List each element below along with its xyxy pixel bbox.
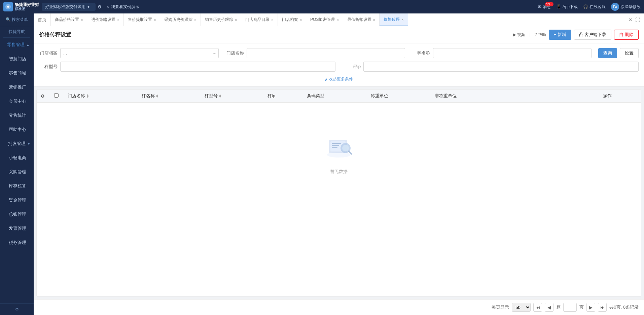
sidebar-item-help[interactable]: 帮助中心 — [0, 123, 34, 137]
col-store-name[interactable]: 门店名称 ▲▼ — [64, 90, 138, 103]
demo-button[interactable]: ○ 我要看实例演示 — [107, 4, 139, 10]
tab-pos-encrypt[interactable]: POS加密管理 × — [306, 13, 343, 26]
version-selector[interactable]: 好业财标准版交付试用 ▾ — [42, 3, 96, 11]
sidebar-item-general-ledger[interactable]: 总账管理 — [0, 207, 34, 221]
tab-close-all-btn[interactable]: ✕ — [627, 17, 634, 23]
sidebar-search[interactable]: 🔍 搜索菜单 — [0, 13, 34, 26]
tab-store-catalog[interactable]: 门店商品目录 × — [241, 13, 278, 26]
messages-btn[interactable]: ✉ 消息 99+ — [538, 4, 551, 10]
scale-model-input[interactable] — [60, 62, 335, 72]
sidebar-quick-nav[interactable]: 快捷导航 — [0, 26, 34, 37]
online-service-btn[interactable]: 🎧 在线客服 — [583, 4, 606, 10]
col-scale-name[interactable]: 秤名称 ▲▼ — [138, 90, 201, 103]
tab-price-scale-close[interactable]: × — [401, 18, 403, 22]
collapse-btn-label: 收起更多条件 — [329, 76, 353, 82]
message-icon: ✉ — [538, 4, 541, 9]
logo-line1: 畅捷通好业财 — [15, 2, 39, 7]
prev-page-btn[interactable]: ◀ — [545, 303, 553, 312]
sidebar-search-label: 搜索菜单 — [12, 17, 28, 22]
download-button[interactable]: 凸 客户端下载 — [574, 30, 612, 40]
sidebar-item-finance[interactable]: 资金管理 — [0, 193, 34, 207]
ellipsis-icon[interactable]: ··· — [211, 51, 218, 56]
settings-button[interactable]: 设置 — [620, 48, 639, 58]
next-page-btn[interactable]: ▶ — [586, 303, 595, 312]
scale-model-field: 秤型号 — [39, 62, 335, 72]
select-all-checkbox[interactable] — [54, 93, 59, 98]
settings-icon-btn[interactable]: ⚙ — [98, 4, 102, 9]
tab-store-catalog-close[interactable]: × — [271, 18, 273, 22]
store-file-input[interactable] — [61, 48, 211, 58]
sidebar-item-purchase-label: 采购管理 — [5, 169, 30, 175]
col-settings[interactable]: ⚙ — [37, 90, 50, 103]
tab-purchase-strategy-close[interactable]: × — [117, 18, 119, 22]
user-area[interactable]: Ea 徐泽华修改 — [611, 3, 641, 11]
avatar: Ea — [611, 3, 619, 11]
gear-icon: ⚙ — [15, 307, 19, 312]
page-actions: ▶ 视频 | ? 帮助 + 新增 凸 客户端下载 自 删除 — [513, 30, 639, 40]
sidebar-item-marketing[interactable]: 营销推广 — [0, 80, 34, 94]
tab-pos-encrypt-close[interactable]: × — [336, 18, 338, 22]
scale-name-field: 秤名称 — [412, 48, 592, 58]
sidebar-item-invoice[interactable]: 发票管理 — [0, 221, 34, 236]
sidebar-item-retail-stats[interactable]: 零售统计 — [0, 108, 34, 123]
top-bar: 畅捷通好业财 标准版 好业财标准版交付试用 ▾ ⚙ ○ 我要看实例演示 ✉ 消息… — [0, 0, 644, 13]
right-panel: 首页 商品价格设置 × 进价策略设置 × 售价提取设置 × 采购历史价跟踪 × — [34, 13, 644, 315]
sidebar-item-tax-label: 税务管理 — [5, 240, 30, 246]
sidebar-item-wholesale-label: 批发管理 — [5, 141, 28, 147]
app-download-btn[interactable]: 📱 App下载 — [556, 4, 578, 10]
search-icon: 🔍 — [6, 17, 11, 22]
sidebar-item-inventory[interactable]: 库存核算 — [0, 179, 34, 193]
tab-store-file[interactable]: 门店档案 × — [278, 13, 306, 26]
tab-min-discount[interactable]: 最低折扣设置 × — [343, 13, 380, 26]
sidebar: 🔍 搜索菜单 快捷导航 零售管理 ▲ 智慧门店 零售商城 营销推广 会员中心 — [0, 13, 34, 315]
divider: | — [529, 32, 530, 37]
col-scale-model[interactable]: 秤型号 ▲▼ — [201, 90, 263, 103]
tab-sale-history[interactable]: 销售历史价跟踪 × — [201, 13, 241, 26]
tab-price-setting-close[interactable]: × — [81, 18, 83, 22]
sidebar-item-ecommerce[interactable]: 小畅电商 — [0, 151, 34, 165]
col-scale-name-label: 秤名称 — [142, 93, 155, 99]
sidebar-item-smart-store[interactable]: 智慧门店 — [0, 52, 34, 66]
tab-min-discount-close[interactable]: × — [373, 18, 375, 22]
empty-illustration — [322, 130, 356, 163]
last-page-btn[interactable]: ⏭ — [598, 303, 607, 312]
collapse-btn[interactable]: ∧ 收起更多条件 — [325, 76, 353, 82]
sidebar-item-retail-mall[interactable]: 零售商城 — [0, 66, 34, 80]
sidebar-item-tax[interactable]: 税务管理 — [0, 236, 34, 250]
scale-ip-input[interactable] — [363, 62, 639, 72]
tab-home[interactable]: 首页 — [34, 13, 51, 26]
page-input[interactable]: 1 — [563, 303, 577, 312]
video-link[interactable]: ▶ 视频 — [513, 32, 525, 38]
tab-store-file-close[interactable]: × — [300, 18, 302, 22]
sidebar-settings-btn[interactable]: ⚙ — [0, 303, 34, 315]
col-checkbox[interactable] — [50, 90, 64, 103]
page-header: 价格传秤设置 ▶ 视频 | ? 帮助 + 新增 凸 客户端下载 — [34, 26, 644, 43]
tab-purchase-history-close[interactable]: × — [194, 18, 196, 22]
tab-purchase-strategy[interactable]: 进价策略设置 × — [87, 13, 123, 26]
sidebar-item-retail[interactable]: 零售管理 ▲ — [0, 38, 34, 52]
tab-sale-price[interactable]: 售价提取设置 × — [124, 13, 160, 26]
help-link[interactable]: ? 帮助 — [535, 32, 546, 38]
sidebar-item-member[interactable]: 会员中心 — [0, 94, 34, 108]
store-file-label: 门店档案 — [39, 50, 58, 56]
sidebar-item-purchase[interactable]: 采购管理 — [0, 165, 34, 179]
add-button[interactable]: + 新增 — [549, 30, 571, 40]
tab-purchase-history[interactable]: 采购历史价跟踪 × — [160, 13, 201, 26]
sort-arrows-scale-model: ▲▼ — [219, 94, 222, 98]
search-button[interactable]: 查询 — [598, 48, 617, 58]
tab-sale-history-close[interactable]: × — [235, 18, 237, 22]
sort-arrows-scale-name: ▲▼ — [156, 94, 159, 98]
delete-button[interactable]: 自 删除 — [614, 30, 639, 40]
tab-maximize-btn[interactable]: ⛶ — [634, 17, 641, 23]
col-barcode-type: 条码类型 — [303, 90, 367, 103]
tab-price-scale[interactable]: 价格传秤 × — [380, 13, 408, 26]
scale-name-input[interactable] — [433, 48, 592, 58]
total-info: 共0页, 0条记录 — [609, 304, 639, 310]
tab-price-setting[interactable]: 商品价格设置 × — [51, 13, 87, 26]
tab-sale-price-close[interactable]: × — [154, 18, 156, 22]
collapse-row: ∧ 收起更多条件 — [39, 75, 639, 83]
per-page-select[interactable]: 50 100 200 — [512, 303, 531, 312]
sidebar-item-wholesale[interactable]: 批发管理 ▾ — [0, 137, 34, 151]
first-page-btn[interactable]: ⏮ — [533, 303, 542, 312]
store-name-input[interactable] — [247, 48, 405, 58]
